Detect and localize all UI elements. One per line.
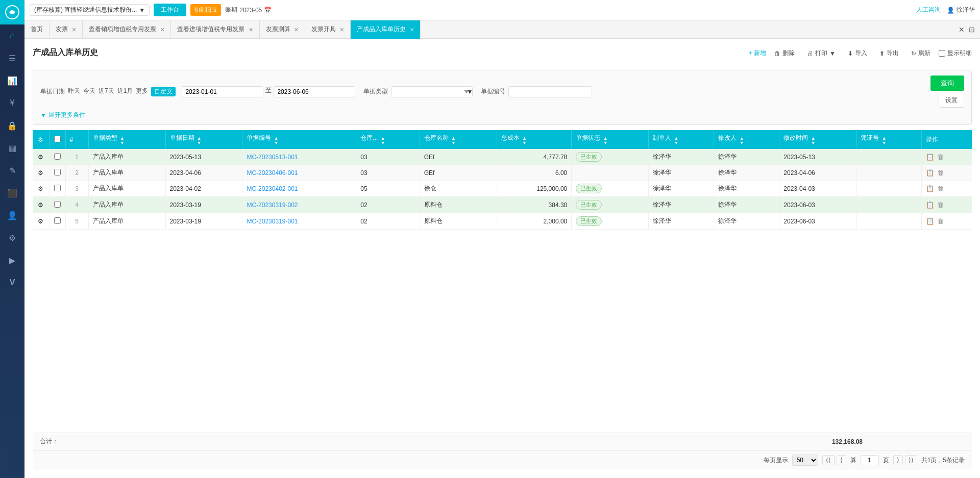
new-button[interactable]: + 新增	[749, 49, 766, 58]
tab-purchase-invoice[interactable]: 查看进项增值税专用发票 ×	[171, 20, 259, 39]
tab-invoice-open[interactable]: 发票开具 ×	[305, 20, 351, 39]
row-docno-link[interactable]: MC-20230402-001	[247, 185, 298, 192]
print-button[interactable]: 🖨 打印 ▼	[803, 47, 840, 60]
row-settings[interactable]: ⚙	[33, 197, 49, 213]
date-more[interactable]: 更多	[136, 87, 148, 96]
row-delete-icon[interactable]: 🗑	[937, 169, 944, 177]
col-warehouse-code[interactable]: 仓库... ▲▼	[356, 130, 420, 149]
export-button[interactable]: ⬆ 导出	[875, 47, 903, 60]
support-link[interactable]: 人工咨询	[916, 6, 941, 14]
row-delete-icon[interactable]: 🗑	[937, 217, 944, 225]
row-checkbox[interactable]	[49, 213, 65, 230]
page-first[interactable]: ⟨⟨	[822, 455, 835, 465]
col-modifier[interactable]: 修改人 ▲▼	[714, 130, 779, 149]
row-settings[interactable]: ⚙	[33, 165, 49, 181]
col-settings[interactable]: ⚙	[33, 130, 49, 149]
row-docno-link[interactable]: MC-20230513-001	[247, 154, 298, 161]
col-creator[interactable]: 制单人 ▲▼	[649, 130, 714, 149]
date-1month[interactable]: 近1月	[117, 87, 133, 96]
date-custom[interactable]: 自定义	[151, 87, 176, 96]
workbench-button[interactable]: 工作台	[154, 4, 186, 16]
sidebar-item-money[interactable]: ¥	[0, 92, 24, 114]
col-type[interactable]: 单据类型 ▲▼	[88, 130, 165, 149]
row-docno[interactable]: MC-20230402-001	[242, 181, 356, 197]
query-button[interactable]: 查询	[930, 76, 964, 91]
sidebar-item-settings[interactable]: ⚙	[0, 227, 24, 249]
col-docno[interactable]: 单据编号 ▲▼	[242, 130, 356, 149]
tab-invoice-close[interactable]: ×	[72, 26, 76, 33]
row-delete-icon[interactable]: 🗑	[937, 185, 944, 192]
row-checkbox[interactable]	[49, 165, 65, 181]
row-docno-link[interactable]: MC-20230319-001	[247, 218, 298, 225]
tab-product-history[interactable]: 产成品入库单历史 ×	[351, 20, 421, 39]
tab-home[interactable]: 首页	[24, 20, 50, 39]
tab-invoice[interactable]: 发票 ×	[50, 20, 83, 39]
row-docno[interactable]: MC-20230406-001	[242, 165, 356, 181]
sidebar-item-play[interactable]: ▶	[0, 249, 24, 271]
setting-button[interactable]: 设置	[939, 93, 964, 108]
row-checkbox[interactable]	[49, 197, 65, 213]
row-edit-icon[interactable]: 📋	[926, 201, 934, 209]
date-today[interactable]: 今天	[83, 87, 95, 96]
tab-sales-invoice-close[interactable]: ×	[160, 26, 164, 33]
tab-purchase-invoice-close[interactable]: ×	[249, 26, 253, 33]
sidebar-item-v[interactable]: V	[0, 271, 24, 294]
tab-invoice-calc[interactable]: 发票测算 ×	[260, 20, 305, 39]
row-settings[interactable]: ⚙	[33, 149, 49, 165]
col-date[interactable]: 单据日期 ▲▼	[165, 130, 242, 149]
page-next[interactable]: ⟩	[893, 455, 903, 465]
switch-period-button[interactable]: 切到旧版	[190, 4, 221, 16]
page-current-input[interactable]	[861, 455, 879, 465]
row-delete-icon[interactable]: 🗑	[937, 153, 944, 161]
tab-product-history-close[interactable]: ×	[410, 26, 414, 33]
row-docno[interactable]: MC-20230319-002	[242, 197, 356, 213]
sidebar-item-user[interactable]: 👤	[0, 204, 24, 227]
row-edit-icon[interactable]: 📋	[926, 153, 934, 161]
sidebar-item-document[interactable]: ☰	[0, 47, 24, 69]
tab-invoice-calc-close[interactable]: ×	[295, 26, 299, 33]
import-button[interactable]: ⬇ 导入	[844, 47, 871, 60]
tab-close-all[interactable]: ✕	[959, 26, 965, 34]
page-size-select[interactable]: 50 100 200	[792, 455, 818, 466]
sidebar-item-stamp[interactable]: ✎	[0, 159, 24, 182]
type-filter-select[interactable]	[391, 86, 473, 97]
sidebar-item-box[interactable]: ▦	[0, 137, 24, 159]
tab-sales-invoice[interactable]: 查看销项增值税专用发票 ×	[83, 20, 171, 39]
row-checkbox[interactable]	[49, 181, 65, 197]
row-edit-icon[interactable]: 📋	[926, 185, 934, 192]
calendar-icon[interactable]: 📅	[264, 7, 272, 14]
date-from-input[interactable]	[182, 86, 263, 97]
row-delete-icon[interactable]: 🗑	[937, 201, 944, 209]
date-7days[interactable]: 近7天	[99, 87, 114, 96]
docno-filter-input[interactable]	[508, 86, 592, 97]
col-warehouse-name[interactable]: 仓库名称 ▲▼	[420, 130, 497, 149]
sidebar-item-inventory[interactable]: ⬛	[0, 182, 24, 204]
col-total-cost[interactable]: 总成本 ▲▼	[497, 130, 572, 149]
col-checkbox[interactable]	[49, 130, 65, 149]
show-detail-checkbox[interactable]	[939, 50, 945, 57]
row-settings[interactable]: ⚙	[33, 213, 49, 230]
row-docno[interactable]: MC-20230319-001	[242, 213, 356, 230]
row-checkbox[interactable]	[49, 149, 65, 165]
company-selector[interactable]: (库存核算) 直播轻绕通信息技术股份... ▼	[30, 4, 150, 16]
col-modify-time[interactable]: 修改时间 ▲▼	[779, 130, 856, 149]
page-prev[interactable]: ⟨	[837, 455, 846, 465]
row-edit-icon[interactable]: 📋	[926, 169, 934, 177]
tab-maximize[interactable]: ⊡	[969, 26, 975, 34]
date-to-input[interactable]	[274, 86, 355, 97]
col-status[interactable]: 单据状态 ▲▼	[572, 130, 649, 149]
delete-button[interactable]: 🗑 删除	[770, 47, 799, 60]
expand-filter[interactable]: ▼ 展开更多条件	[40, 111, 964, 119]
row-settings[interactable]: ⚙	[33, 181, 49, 197]
col-voucher[interactable]: 凭证号 ▲▼	[856, 130, 922, 149]
row-docno-link[interactable]: MC-20230406-001	[247, 169, 298, 177]
tab-invoice-open-close[interactable]: ×	[340, 26, 344, 33]
refresh-button[interactable]: ↻ 刷新	[907, 47, 935, 60]
row-edit-icon[interactable]: 📋	[926, 217, 934, 225]
page-last[interactable]: ⟩⟩	[905, 455, 917, 465]
sidebar-item-chart[interactable]: 📊	[0, 69, 24, 92]
user-menu[interactable]: 👤 徐泽华	[947, 6, 975, 14]
sidebar-item-lock[interactable]: 🔒	[0, 114, 24, 137]
select-all-checkbox[interactable]	[54, 136, 61, 142]
row-docno-link[interactable]: MC-20230319-002	[247, 202, 298, 209]
